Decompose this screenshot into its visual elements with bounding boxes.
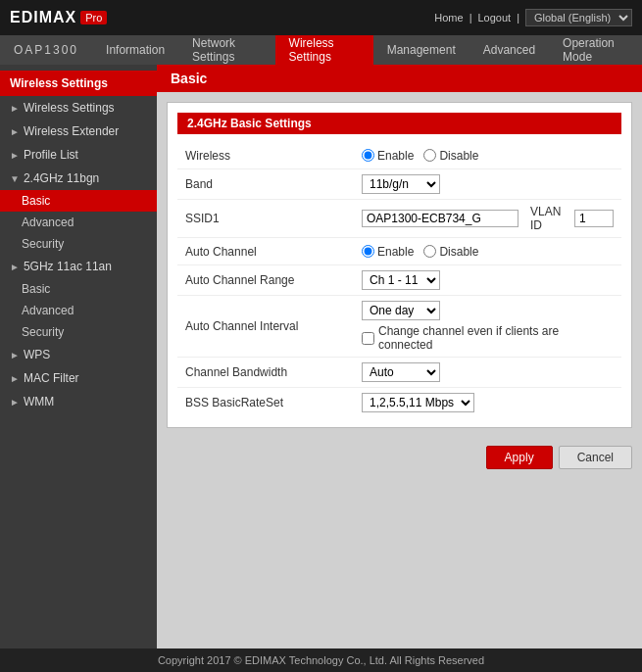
change-channel-label[interactable]: Change channel even if clients are conne… bbox=[362, 324, 614, 352]
content-area: Basic 2.4GHz Basic Settings Wireless Ena… bbox=[157, 65, 642, 648]
bss-basicrateset-select[interactable]: 1,2,5.5,11 Mbps bbox=[362, 393, 474, 412]
auto-channel-range-select[interactable]: Ch 1 - 11 bbox=[362, 270, 440, 290]
wireless-control: Enable Disable bbox=[362, 149, 614, 163]
settings-section-box: 2.4GHz Basic Settings Wireless Enable Di… bbox=[167, 102, 632, 428]
arrow-icon: ► bbox=[10, 103, 20, 114]
sidebar-section-2ghz[interactable]: ▼ 2.4GHz 11bgn bbox=[0, 167, 157, 190]
auto-channel-radio-group: Enable Disable bbox=[362, 245, 478, 259]
arrow-icon: ► bbox=[10, 350, 20, 360]
language-select[interactable]: Global (English) bbox=[525, 9, 632, 26]
logo: EDIMAX Pro bbox=[10, 9, 107, 26]
auto-channel-disable-radio[interactable] bbox=[423, 245, 436, 258]
sidebar-item-wireless-settings[interactable]: ► Wireless Settings bbox=[0, 96, 157, 120]
top-links: Home | Logout | Global (English) bbox=[434, 9, 632, 26]
wireless-disable-label[interactable]: Disable bbox=[423, 149, 478, 163]
auto-channel-interval-label: Auto Channel Interval bbox=[185, 319, 362, 333]
device-label: OAP1300 bbox=[0, 35, 92, 65]
auto-channel-label: Auto Channel bbox=[185, 245, 362, 259]
auto-channel-enable-radio[interactable] bbox=[362, 245, 374, 258]
button-row: Apply Cancel bbox=[157, 438, 642, 477]
auto-channel-row: Auto Channel Enable Disable bbox=[177, 238, 621, 265]
sidebar-section-label: MAC Filter bbox=[24, 371, 79, 385]
auto-channel-range-control: Ch 1 - 11 bbox=[362, 270, 614, 290]
content-header: Basic bbox=[157, 65, 642, 92]
sidebar-title: Wireless Settings bbox=[0, 71, 157, 96]
band-select[interactable]: 11b/g/n bbox=[362, 174, 440, 194]
arrow-icon: ► bbox=[10, 373, 20, 384]
sidebar-item-2ghz-security[interactable]: Security bbox=[0, 233, 157, 255]
sidebar-item-mac-filter[interactable]: ► MAC Filter bbox=[0, 366, 157, 390]
channel-bandwidth-row: Channel Bandwidth Auto bbox=[177, 358, 621, 388]
change-channel-checkbox[interactable] bbox=[362, 332, 374, 345]
ssid1-label: SSID1 bbox=[185, 212, 362, 225]
arrow-icon: ► bbox=[10, 150, 20, 161]
ssid1-control: VLAN ID bbox=[362, 205, 614, 232]
sidebar-item-wireless-extender[interactable]: ► Wireless Extender bbox=[0, 120, 157, 143]
nav-item-information[interactable]: Information bbox=[92, 35, 178, 65]
wireless-disable-text: Disable bbox=[439, 149, 478, 163]
footer: Copyright 2017 © EDIMAX Technology Co., … bbox=[0, 648, 642, 672]
section-title: 2.4GHz Basic Settings bbox=[177, 113, 621, 134]
nav-bar: OAP1300 Information Network Settings Wir… bbox=[0, 35, 642, 65]
nav-item-network-settings[interactable]: Network Settings bbox=[178, 35, 275, 65]
sidebar-item-wmm[interactable]: ► WMM bbox=[0, 390, 157, 413]
sidebar-section-label: WMM bbox=[24, 395, 54, 408]
bss-basicrateset-control: 1,2,5.5,11 Mbps bbox=[362, 393, 614, 412]
sidebar-section-label: Profile List bbox=[24, 148, 78, 162]
sidebar-item-wps[interactable]: ► WPS bbox=[0, 343, 157, 366]
wireless-label: Wireless bbox=[185, 149, 362, 163]
ssid1-row: SSID1 VLAN ID bbox=[177, 200, 621, 238]
wireless-enable-radio[interactable] bbox=[362, 149, 374, 162]
auto-channel-disable-text: Disable bbox=[439, 245, 478, 259]
nav-item-management[interactable]: Management bbox=[373, 35, 469, 65]
wireless-enable-label[interactable]: Enable bbox=[362, 149, 414, 163]
sidebar-section-label: WPS bbox=[24, 348, 50, 361]
sidebar-section-5ghz[interactable]: ► 5GHz 11ac 11an bbox=[0, 255, 157, 278]
sidebar-item-5ghz-advanced[interactable]: Advanced bbox=[0, 300, 157, 321]
auto-channel-interval-select[interactable]: One day bbox=[362, 301, 440, 320]
auto-channel-range-row: Auto Channel Range Ch 1 - 11 bbox=[177, 265, 621, 296]
auto-channel-disable-label[interactable]: Disable bbox=[423, 245, 478, 259]
sidebar-section-label: Wireless Settings bbox=[24, 101, 115, 115]
main-layout: Wireless Settings ► Wireless Settings ► … bbox=[0, 65, 642, 648]
auto-channel-interval-row: Auto Channel Interval One day Change cha… bbox=[177, 296, 621, 358]
sidebar-item-5ghz-basic[interactable]: Basic bbox=[0, 278, 157, 300]
logout-link[interactable]: Logout bbox=[477, 12, 511, 24]
top-bar: EDIMAX Pro Home | Logout | Global (Engli… bbox=[0, 0, 642, 35]
band-row: Band 11b/g/n bbox=[177, 169, 621, 200]
logo-edimax-text: EDIMAX bbox=[10, 9, 76, 26]
vlan-id-input[interactable] bbox=[574, 210, 614, 227]
wireless-disable-radio[interactable] bbox=[423, 149, 436, 162]
wireless-row: Wireless Enable Disable bbox=[177, 142, 621, 169]
sidebar-section-label: 2.4GHz 11bgn bbox=[24, 171, 99, 185]
sidebar: Wireless Settings ► Wireless Settings ► … bbox=[0, 65, 157, 648]
auto-channel-control: Enable Disable bbox=[362, 245, 614, 259]
wireless-enable-text: Enable bbox=[377, 149, 414, 163]
vlan-id-label: VLAN ID bbox=[530, 205, 566, 232]
ssid1-input[interactable] bbox=[362, 210, 519, 227]
sidebar-item-2ghz-advanced[interactable]: Advanced bbox=[0, 212, 157, 233]
nav-item-advanced[interactable]: Advanced bbox=[469, 35, 549, 65]
auto-channel-interval-control: One day Change channel even if clients a… bbox=[362, 301, 614, 352]
band-control: 11b/g/n bbox=[362, 174, 614, 194]
home-link[interactable]: Home bbox=[434, 12, 463, 24]
apply-button[interactable]: Apply bbox=[486, 446, 553, 469]
arrow-icon: ▼ bbox=[10, 173, 20, 184]
nav-item-wireless-settings[interactable]: Wireless Settings bbox=[275, 35, 373, 65]
auto-channel-enable-text: Enable bbox=[377, 245, 414, 259]
channel-bandwidth-label: Channel Bandwidth bbox=[185, 365, 362, 379]
nav-item-operation-mode[interactable]: Operation Mode bbox=[549, 35, 642, 65]
channel-bandwidth-select[interactable]: Auto bbox=[362, 362, 440, 382]
sidebar-item-profile-list[interactable]: ► Profile List bbox=[0, 143, 157, 167]
bss-basicrateset-row: BSS BasicRateSet 1,2,5.5,11 Mbps bbox=[177, 388, 621, 417]
cancel-button[interactable]: Cancel bbox=[559, 446, 632, 469]
channel-bandwidth-control: Auto bbox=[362, 362, 614, 382]
arrow-icon: ► bbox=[10, 397, 20, 408]
auto-channel-enable-label[interactable]: Enable bbox=[362, 245, 414, 259]
sidebar-section-label: Wireless Extender bbox=[24, 124, 119, 138]
sidebar-item-5ghz-security[interactable]: Security bbox=[0, 321, 157, 343]
auto-channel-range-label: Auto Channel Range bbox=[185, 273, 362, 287]
sidebar-item-2ghz-basic[interactable]: Basic bbox=[0, 190, 157, 212]
bss-basicrateset-label: BSS BasicRateSet bbox=[185, 396, 362, 409]
arrow-icon: ► bbox=[10, 126, 20, 137]
